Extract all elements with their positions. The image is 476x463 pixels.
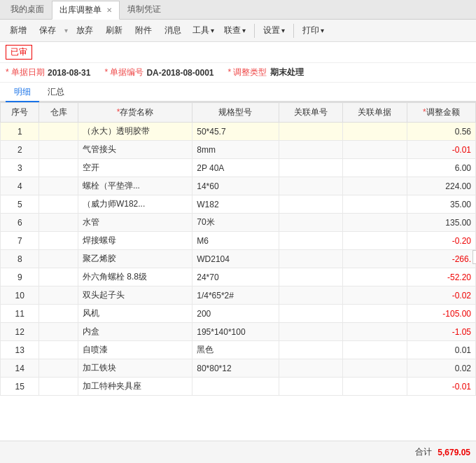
table-row[interactable]: 9 外六角螺栓 8.8级 24*70 -52.20 [1, 268, 476, 286]
tab-voucher[interactable]: 填制凭证 [120, 0, 169, 19]
cell-spec: 50*45.7 [192, 123, 279, 141]
cell-refdoc [343, 250, 407, 268]
table-row[interactable]: 10 双头起子头 1/4*65*2# -0.02 [1, 286, 476, 305]
cell-spec: W182 [192, 195, 279, 214]
cell-seq: 5 [1, 195, 39, 214]
cell-goods-name: 空开 [78, 159, 192, 177]
number-value: DA-2018-08-0001 [146, 68, 214, 78]
date-label: * 单据日期 [6, 67, 45, 78]
cell-amount: 0.56 [407, 123, 475, 141]
cell-refdoc [343, 323, 407, 341]
cell-goods-name: 螺栓（平垫弹... [78, 177, 192, 195]
cell-refno [279, 214, 342, 232]
tab-adjustment[interactable]: 出库调整单 ✕ [52, 1, 120, 20]
cell-amount: -105.00 [407, 305, 475, 323]
cell-spec: 24*70 [192, 268, 279, 286]
cell-amount: -0.02 [407, 286, 475, 305]
footer-total: 5,679.05 [438, 448, 470, 457]
cell-seq: 12 [1, 323, 39, 341]
cell-spec: 14*60 [192, 177, 279, 195]
table-row[interactable]: 6 水管 70米 135.00 [1, 214, 476, 232]
cell-goods-name: 加工铁块 [78, 359, 192, 378]
cell-seq: 14 [1, 359, 39, 378]
print-button[interactable]: 打印 [298, 22, 328, 39]
save-button[interactable]: 保存 [34, 22, 62, 39]
cell-refdoc [343, 359, 407, 378]
cell-warehouse [39, 323, 78, 341]
discard-button[interactable]: 放弃 [71, 22, 99, 39]
cell-spec: 200 [192, 305, 279, 323]
cell-refdoc [343, 195, 407, 214]
main-table: 序号 仓库 *存货名称 规格型号 关联单号 关联单据 *调整金额 1 （永大）透… [0, 102, 476, 396]
attachment-button[interactable]: 附件 [130, 22, 158, 39]
type-label: * 调整类型 [227, 67, 267, 78]
table-row[interactable]: 14 加工铁块 80*80*12 0.02 [1, 359, 476, 378]
cell-refno [279, 250, 342, 268]
cell-seq: 1 [1, 123, 39, 141]
toolbar: 新增 保存 ▾ 放弃 刷新 附件 消息 工具 联查 设置 打印 [0, 20, 476, 42]
cell-warehouse [39, 232, 78, 250]
cell-refdoc [343, 268, 407, 286]
cell-amount: -0.20 [407, 232, 475, 250]
cell-refdoc [343, 305, 407, 323]
separator-1 [254, 24, 255, 38]
col-refdoc: 关联单据 [343, 103, 407, 123]
cell-refno [279, 195, 342, 214]
table-row[interactable]: 2 气管接头 8mm -0.01 [1, 141, 476, 159]
status-bar: 已审 [0, 42, 476, 63]
cell-spec: 2P 40A [192, 159, 279, 177]
table-row[interactable]: 7 焊接螺母 M6 -0.20 [1, 232, 476, 250]
tab-desktop[interactable]: 我的桌面 [3, 0, 52, 19]
cell-amount: 0.02 [407, 359, 475, 378]
refresh-button[interactable]: 刷新 [100, 22, 128, 39]
save-dropdown-icon[interactable]: ▾ [64, 27, 68, 34]
table-row[interactable]: 15 加工特种夹具座 -0.01 [1, 378, 476, 396]
table-row[interactable]: 3 空开 2P 40A 6.00 [1, 159, 476, 177]
cell-refno [279, 159, 342, 177]
cell-goods-name: 气管接头 [78, 141, 192, 159]
table-row[interactable]: 11 风机 200 -105.00 [1, 305, 476, 323]
cell-amount: 224.00 [407, 177, 475, 195]
cell-refno [279, 141, 342, 159]
cell-seq: 10 [1, 286, 39, 305]
message-button[interactable]: 消息 [159, 22, 187, 39]
cell-refdoc [343, 341, 407, 359]
table-row[interactable]: 1 （永大）透明胶带 50*45.7 0.56 [1, 123, 476, 141]
new-button[interactable]: 新增 [4, 22, 32, 39]
cell-warehouse [39, 305, 78, 323]
cell-refno [279, 341, 342, 359]
subtab-summary[interactable]: 汇总 [39, 83, 73, 102]
cell-amount: -52.20 [407, 268, 475, 286]
cell-goods-name: （威力师W182... [78, 195, 192, 214]
cell-refno [279, 123, 342, 141]
table-row[interactable]: 4 螺栓（平垫弹... 14*60 224.00 [1, 177, 476, 195]
col-refno: 关联单号 [279, 103, 342, 123]
cell-spec: 80*80*12 [192, 359, 279, 378]
footer-label: 合计 [415, 446, 432, 458]
subtab-detail[interactable]: 明细 [6, 83, 39, 102]
table-row[interactable]: 12 内盒 195*140*100 -1.05 [1, 323, 476, 341]
cell-seq: 11 [1, 305, 39, 323]
cell-refdoc [343, 214, 407, 232]
col-amount: *调整金额 [407, 103, 475, 123]
cell-refno [279, 268, 342, 286]
cell-warehouse [39, 177, 78, 195]
cell-refno [279, 305, 342, 323]
cell-seq: 9 [1, 268, 39, 286]
query-button[interactable]: 联查 [220, 22, 250, 39]
cell-spec: 70米 [192, 214, 279, 232]
cell-warehouse [39, 378, 78, 396]
cell-amount: -0.01 [407, 141, 475, 159]
cell-amount: 0.01 [407, 341, 475, 359]
footer: 合计 5,679.05 [0, 441, 476, 463]
tab-bar: 我的桌面 出库调整单 ✕ 填制凭证 [0, 0, 476, 20]
cell-warehouse [39, 123, 78, 141]
table-row[interactable]: 5 （威力师W182... W182 35.00 [1, 195, 476, 214]
settings-button[interactable]: 设置 [259, 22, 289, 39]
table-row[interactable]: 8 聚乙烯胶 WD2104 -266. -266.0 [1, 250, 476, 268]
tab-adjustment-close[interactable]: ✕ [106, 6, 112, 14]
tools-button[interactable]: 工具 [188, 22, 218, 39]
cell-refno [279, 323, 342, 341]
cell-warehouse [39, 214, 78, 232]
table-row[interactable]: 13 自喷漆 黑色 0.01 [1, 341, 476, 359]
